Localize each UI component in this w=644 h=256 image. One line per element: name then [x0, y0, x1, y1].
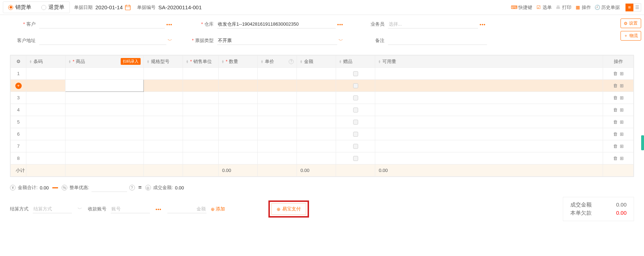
checkbox-icon[interactable] [353, 95, 358, 100]
tab-sales-order[interactable]: 销货单 [3, 2, 36, 13]
cell-unit[interactable] [183, 68, 219, 80]
table-row[interactable]: +🗑⊞ [11, 80, 634, 92]
cell-price[interactable] [258, 152, 297, 164]
cell-gift[interactable] [336, 152, 375, 164]
checkbox-icon[interactable] [353, 120, 358, 125]
checkbox-icon[interactable] [353, 71, 358, 76]
pay-account-input[interactable] [111, 205, 150, 213]
cell-amount[interactable] [297, 116, 336, 128]
operate-button[interactable]: ▦操作 [575, 4, 591, 11]
warehouse-lookup-icon[interactable]: ••• [336, 22, 345, 27]
delete-row-icon[interactable]: 🗑 [613, 71, 618, 76]
cell-spec[interactable] [144, 104, 183, 116]
insert-row-icon[interactable]: ⊞ [620, 119, 624, 125]
insert-row-icon[interactable]: ⊞ [620, 143, 624, 149]
table-row[interactable]: 8🗑⊞ [11, 152, 634, 164]
cell-gift[interactable] [336, 104, 375, 116]
table-row[interactable]: 3🗑⊞ [11, 92, 634, 104]
cell-gift[interactable] [336, 116, 375, 128]
cell-barcode[interactable] [26, 128, 66, 140]
cell-spec[interactable] [144, 128, 183, 140]
cell-barcode[interactable] [26, 92, 66, 104]
cell-spec[interactable] [144, 68, 183, 80]
delete-row-icon[interactable]: 🗑 [613, 119, 618, 125]
cell-unit[interactable] [183, 92, 219, 104]
invoice-input[interactable] [217, 36, 337, 45]
cell-price[interactable] [258, 116, 297, 128]
discount-input[interactable] [91, 183, 127, 192]
checkbox-icon[interactable] [353, 108, 358, 113]
chevron-down-icon[interactable]: ﹀ [76, 206, 84, 212]
print-button[interactable]: 🖶打印 [555, 4, 571, 11]
insert-row-icon[interactable]: ⊞ [620, 107, 624, 113]
table-row[interactable]: 6🗑⊞ [11, 128, 634, 140]
cell-amount[interactable] [297, 152, 336, 164]
table-row[interactable]: 5🗑⊞ [11, 116, 634, 128]
yeepay-button[interactable]: ⊕易宝支付 [271, 203, 306, 215]
col-product[interactable]: ▲▼*商品扫码录入 [66, 56, 144, 68]
cell-price[interactable] [258, 80, 297, 92]
view-compact-button[interactable]: ≡ [625, 4, 633, 11]
cell-qty[interactable] [219, 140, 258, 152]
col-spec[interactable]: ▲▼规格型号 [144, 56, 183, 68]
salesperson-lookup-icon[interactable]: ••• [478, 22, 487, 27]
cell-product[interactable] [66, 68, 144, 80]
col-barcode[interactable]: ▲▼条码 [26, 56, 66, 68]
insert-row-icon[interactable]: ⊞ [620, 156, 624, 161]
cell-spec[interactable] [144, 116, 183, 128]
cell-spec[interactable] [144, 152, 183, 164]
cell-unit[interactable] [183, 128, 219, 140]
cell-unit[interactable] [183, 80, 219, 92]
cell-qty[interactable] [219, 104, 258, 116]
column-settings-button[interactable]: ⚙ [11, 56, 26, 68]
add-row-icon[interactable]: + [15, 83, 22, 89]
cell-barcode[interactable] [26, 140, 66, 152]
table-row[interactable]: 7🗑⊞ [11, 140, 634, 152]
cell-barcode[interactable] [26, 116, 66, 128]
col-amount[interactable]: ▲▼金额 [297, 56, 336, 68]
cell-product[interactable] [66, 140, 144, 152]
col-unit[interactable]: ▲▼*销售单位 [183, 56, 219, 68]
insert-row-icon[interactable]: ⊞ [620, 83, 624, 88]
insert-row-icon[interactable]: ⊞ [620, 71, 624, 76]
cell-barcode[interactable] [26, 68, 66, 80]
checkbox-icon[interactable] [353, 144, 358, 149]
logistics-button[interactable]: ＋物流 [621, 31, 641, 41]
col-price[interactable]: ▲▼单价? [258, 56, 297, 68]
remark-input[interactable] [388, 36, 487, 45]
cell-price[interactable] [258, 92, 297, 104]
col-gift[interactable]: ▲▼赠品 [336, 56, 375, 68]
cell-qty[interactable] [219, 128, 258, 140]
scroll-indicator[interactable] [641, 135, 644, 150]
add-payment-button[interactable]: ⊕添加 [211, 206, 225, 212]
cell-spec[interactable] [144, 140, 183, 152]
cell-product[interactable] [66, 80, 144, 92]
delete-row-icon[interactable]: 🗑 [613, 143, 618, 149]
cell-unit[interactable] [183, 116, 219, 128]
salesperson-input[interactable] [388, 20, 478, 28]
cell-product[interactable] [66, 128, 144, 140]
cell-price[interactable] [258, 140, 297, 152]
view-expanded-button[interactable]: ☰ [633, 4, 641, 11]
delete-row-icon[interactable]: 🗑 [613, 83, 618, 88]
cell-price[interactable] [258, 104, 297, 116]
settings-button[interactable]: ⚙设置 [621, 19, 641, 28]
shortcut-button[interactable]: ⌨快捷键 [512, 4, 532, 11]
calendar-icon[interactable] [125, 5, 131, 10]
cell-spec[interactable] [144, 92, 183, 104]
cell-price[interactable] [258, 128, 297, 140]
account-lookup-icon[interactable]: ••• [154, 207, 163, 212]
table-row[interactable]: 1🗑⊞ [11, 68, 634, 80]
cell-qty[interactable] [219, 80, 258, 92]
pay-amount-input[interactable] [167, 205, 206, 213]
table-row[interactable]: 4🗑⊞ [11, 104, 634, 116]
cell-amount[interactable] [297, 128, 336, 140]
cell-qty[interactable] [219, 152, 258, 164]
cell-barcode[interactable] [26, 104, 66, 116]
history-button[interactable]: 🕘历史单据 [595, 4, 620, 11]
cell-amount[interactable] [297, 140, 336, 152]
cell-amount[interactable] [297, 80, 336, 92]
col-available[interactable]: ▲▼可用量 [375, 56, 603, 68]
cell-barcode[interactable] [26, 152, 66, 164]
cell-spec[interactable] [144, 80, 183, 92]
